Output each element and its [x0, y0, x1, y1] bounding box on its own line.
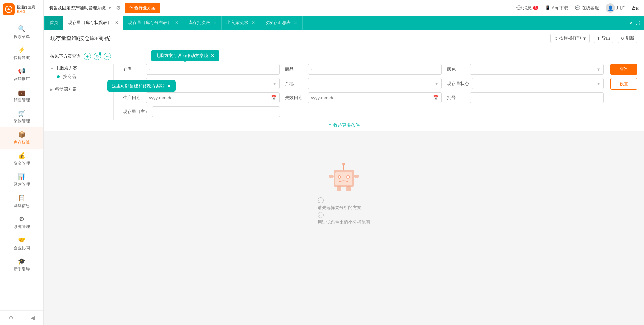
scheme-desktop[interactable]: ▼ 电脑端方案: [50, 64, 104, 73]
filter-product: 商品 ···: [285, 64, 442, 75]
sidebar-item-inventory-label: 库存核算: [14, 140, 30, 145]
refresh-icon: ↻: [621, 36, 624, 41]
filter-refresh-btn[interactable]: ↺: [94, 53, 101, 60]
tab-summary-label: 收发存汇总表: [265, 20, 291, 26]
expiry-date-calendar-icon[interactable]: 📅: [433, 95, 439, 100]
filter-add-btn[interactable]: +: [84, 53, 91, 60]
color-dropdown-icon: ▼: [596, 67, 601, 72]
inventory-min[interactable]: [155, 109, 175, 114]
sidebar-item-management-label: 经营管理: [14, 182, 30, 187]
prod-date-field[interactable]: [149, 95, 270, 100]
sidebar-settings-btn[interactable]: ⚙: [9, 315, 13, 321]
sidebar-item-management[interactable]: 📊 经营管理: [0, 170, 43, 191]
tab-inventory-dist-close[interactable]: ✕: [175, 20, 178, 25]
online-service-btn[interactable]: 💬 在线客服: [575, 5, 599, 11]
tooltip-scheme-edit: 这里可以创建和修改方案哦 ✕: [107, 80, 176, 92]
sidebar-item-purchase[interactable]: 🛒 采购管理: [0, 106, 43, 127]
sidebar-collapse-btn[interactable]: ◀: [31, 315, 35, 321]
system-title-dropdown[interactable]: ▼: [108, 5, 112, 10]
tab-bar: 首页 现存量（库存状况表） ✕ 现存量（库存分布表） ✕ 库存批次账 ✕ 出入库…: [44, 16, 644, 30]
reset-button[interactable]: 设置: [610, 78, 637, 90]
svg-rect-11: [337, 186, 341, 191]
sidebar-item-finance[interactable]: 💰 资金管理: [0, 149, 43, 170]
product-label: 商品: [285, 66, 305, 72]
sidebar-item-finance-label: 资金管理: [14, 161, 30, 166]
origin-select[interactable]: ▼: [308, 78, 442, 89]
tab-home[interactable]: 首页: [45, 16, 63, 30]
sidebar-item-search-label: 搜索菜单: [14, 34, 30, 40]
sidebar-item-search[interactable]: 🔍 搜索菜单: [0, 22, 43, 43]
refresh-btn[interactable]: ↻ 刷新: [618, 34, 637, 43]
prod-date-calendar-icon[interactable]: 📅: [271, 95, 277, 100]
tab-inventory-status[interactable]: 现存量（库存状况表） ✕: [63, 16, 123, 30]
tab-inventory-status-close[interactable]: ✕: [115, 20, 118, 25]
warehouse-select[interactable]: ···: [146, 64, 280, 75]
divider: [113, 64, 114, 120]
collapse-icon: ⌃: [328, 123, 332, 128]
inventory-range[interactable]: —: [152, 106, 280, 117]
collapse-more-btn[interactable]: ⌃ 收起更多条件: [50, 120, 637, 128]
expiry-date-field[interactable]: [311, 95, 432, 100]
batch-input[interactable]: [470, 92, 604, 103]
empty-steps: 1 请先选择要分析的方案 2 用过滤条件来缩小分析范围: [318, 197, 370, 227]
export-btn[interactable]: ⬆ 导出: [594, 34, 613, 43]
filter-header: 按以下方案查询 + ↺ ← 电脑方案可设为移动方案哦 ✕: [50, 53, 637, 60]
expiry-date-input[interactable]: 📅: [308, 92, 442, 103]
color-select[interactable]: ▼: [470, 64, 604, 75]
tab-batch-ledger-close[interactable]: ✕: [213, 20, 217, 25]
tab-flow[interactable]: 出入库流水 ✕: [222, 16, 260, 30]
svg-rect-9: [329, 175, 334, 178]
system-icon: ⚙: [19, 215, 24, 223]
sidebar-item-quicknav[interactable]: ⚡ 快捷导航: [0, 43, 43, 64]
print-dropdown-icon: ▼: [582, 36, 587, 41]
prod-date-input[interactable]: 📅: [146, 92, 280, 103]
inventory-max[interactable]: [182, 109, 202, 114]
user-btn[interactable]: 👤 用户: [606, 3, 625, 13]
sidebar-item-guide[interactable]: 🎓 新手引导: [0, 254, 43, 275]
filter-inventory-main: 现存量（主） —: [123, 106, 280, 117]
tooltip1-text: 电脑方案可设为移动方案哦: [156, 53, 208, 59]
tooltip2-close[interactable]: ✕: [167, 83, 171, 89]
settings-button[interactable]: ⚙: [116, 5, 121, 11]
sidebar-item-basic-label: 基础信息: [14, 203, 30, 209]
tooltip1-close[interactable]: ✕: [211, 53, 215, 58]
page-title: 现存量查询(按仓库+商品): [50, 35, 111, 42]
sidebar-item-basic[interactable]: 📋 基础信息: [0, 191, 43, 212]
app-download-btn[interactable]: 📱 App下载: [545, 5, 568, 11]
industry-btn[interactable]: 体验行业方案: [125, 3, 160, 13]
tab-fullscreen[interactable]: ⛶: [636, 20, 640, 25]
filter-warehouse: 仓库 ···: [123, 64, 280, 75]
tab-inventory-status-label: 现存量（库存状况表）: [68, 20, 112, 26]
sidebar-item-system[interactable]: ⚙ 系统管理: [0, 212, 43, 233]
scheme-mobile[interactable]: ▶ 移动端方案: [50, 85, 104, 94]
tab-batch-ledger[interactable]: 库存批次账 ✕: [183, 16, 222, 30]
search-button[interactable]: 查询: [610, 64, 637, 75]
empty-step2: 2 用过滤条件来缩小分析范围: [318, 212, 370, 227]
sidebar-item-marketing[interactable]: 📢 营销推广: [0, 64, 43, 85]
basic-icon: 📋: [18, 194, 25, 202]
svg-rect-10: [354, 175, 359, 178]
filter-back-btn[interactable]: ←: [104, 53, 111, 60]
desktop-arrow: ▼: [50, 67, 54, 70]
inventory-status-label: 现存量状态: [447, 80, 469, 87]
tab-summary-close[interactable]: ✕: [294, 20, 298, 25]
tab-inventory-dist[interactable]: 现存量（库存分布表） ✕: [123, 16, 183, 30]
mobile-label: 移动端方案: [55, 86, 77, 92]
sidebar: 畅通好生意 标准版 🔍 搜索菜单 ⚡ 快捷导航 📢 营销推广 💼 销售管理 🛒 …: [0, 0, 44, 325]
export-icon: ⬆: [597, 36, 600, 41]
filter-batch: 批号: [447, 92, 604, 103]
sidebar-item-sales[interactable]: 💼 销售管理: [0, 85, 43, 106]
template-print-btn[interactable]: 🖨 按模板打印 ▼: [550, 34, 590, 43]
sidebar-item-inventory[interactable]: 📦 库存核算: [0, 127, 43, 149]
tab-flow-close[interactable]: ✕: [252, 20, 255, 25]
product-select[interactable]: ···: [308, 64, 442, 75]
tab-summary[interactable]: 收发存汇总表 ✕: [260, 16, 303, 30]
tab-close-all[interactable]: ✕: [629, 20, 633, 25]
filter-body: ▼ 电脑端方案 按商品 ▶ 移动端方案: [50, 64, 637, 120]
message-btn[interactable]: 💬 消息 6: [516, 5, 538, 11]
filter-origin: 产地 ▼: [285, 78, 442, 89]
inventory-status-select[interactable]: ▼: [472, 78, 604, 89]
step2-num: 2: [318, 212, 324, 218]
scheme-by-product[interactable]: 按商品: [57, 73, 104, 81]
sidebar-item-enterprise[interactable]: 🤝 企业协同: [0, 233, 43, 254]
